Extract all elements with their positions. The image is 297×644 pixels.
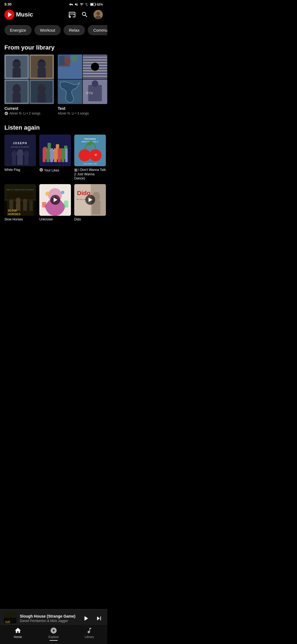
listen-item-your-likes[interactable]: Your Likes — [39, 135, 71, 181]
svg-point-47 — [11, 151, 17, 158]
chip-energize[interactable]: Energize — [4, 25, 32, 35]
svg-rect-69 — [43, 147, 47, 159]
svg-point-63 — [29, 200, 33, 205]
listen-again-section: Listen again JOSEPH I'M ALONE, NO YOU'RE… — [0, 120, 107, 235]
svg-rect-2 — [95, 4, 96, 5]
listen-item-colorful[interactable]: Unknown — [39, 184, 71, 230]
svg-text:SLOW: SLOW — [8, 209, 17, 212]
svg-text:Chiid Animai: Chiid Animai — [84, 138, 96, 140]
svg-point-88 — [79, 149, 91, 161]
svg-rect-64 — [29, 205, 33, 211]
thumb-test-2 — [83, 54, 107, 79]
cast-button[interactable] — [68, 11, 76, 18]
app-header: Music — [0, 7, 107, 23]
app-logo-icon — [4, 10, 14, 20]
play-triangle-colorful — [54, 198, 57, 202]
listen-thumb-dont-wanna-talk: Chiid Animai Albert Hammond Jr — [74, 135, 106, 166]
listen-item-name-your-likes: Your Likes — [44, 168, 59, 173]
library-item-current[interactable]: Current Abner N. Li • 2 songs — [4, 54, 54, 115]
library-item-sub-current: Abner N. Li • 2 songs — [4, 111, 54, 115]
listen-thumb-slow-horses: Apple TV+ Original Series Soundtrack — [4, 184, 36, 216]
svg-point-17 — [13, 84, 21, 94]
svg-rect-70 — [48, 143, 51, 159]
app-name: Music — [16, 11, 33, 18]
listen-item-white-flag[interactable]: JOSEPH I'M ALONE, NO YOU'RE NOT White Fl… — [4, 135, 36, 181]
thumb-test-3 — [58, 80, 82, 104]
library-items-scroll: Current Abner N. Li • 2 songs — [0, 54, 107, 118]
svg-rect-76 — [50, 150, 52, 151]
svg-rect-72 — [56, 144, 59, 159]
svg-rect-50 — [17, 157, 23, 165]
mood-chips: Energize Workout Relax Commute Focus — [0, 23, 107, 40]
svg-text:Apple TV+ Original Series Soun: Apple TV+ Original Series Soundtrack — [6, 189, 34, 190]
svg-text:JOSEPH: JOSEPH — [13, 142, 28, 145]
check-badge-your-likes — [39, 168, 43, 172]
chip-relax[interactable]: Relax — [64, 25, 85, 35]
play-triangle-dido — [89, 198, 92, 202]
svg-rect-18 — [13, 93, 21, 103]
status-time: 5:30 — [4, 2, 12, 6]
svg-text:RYN: RYN — [86, 91, 93, 95]
chip-commute[interactable]: Commute — [88, 25, 107, 35]
battery-icon — [90, 3, 96, 6]
svg-text:I Don't Wanna Talk: I Don't Wanna Talk — [83, 163, 97, 165]
svg-point-49 — [17, 149, 23, 157]
logo-area: Music — [4, 10, 33, 20]
battery-status: 52% — [90, 3, 103, 6]
listen-thumb-your-likes — [39, 135, 71, 166]
listen-item-slow-horses[interactable]: Apple TV+ Original Series Soundtrack — [4, 184, 36, 230]
library-item-test[interactable]: RYN Test Abner N. Li • 3 songs — [58, 54, 107, 115]
svg-point-42 — [92, 80, 98, 87]
listen-thumb-white-flag: JOSEPH I'M ALONE, NO YOU'RE NOT — [4, 135, 36, 166]
svg-point-27 — [71, 55, 77, 62]
svg-rect-75 — [46, 150, 48, 151]
user-avatar[interactable] — [94, 10, 103, 19]
listen-item-name-colorful: Unknown — [39, 217, 71, 222]
library-section: From your library — [0, 40, 107, 118]
library-section-title: From your library — [0, 40, 107, 54]
svg-point-82 — [61, 191, 64, 194]
key-icon — [69, 2, 73, 6]
thumb-cell-3 — [4, 80, 29, 104]
svg-rect-52 — [24, 157, 28, 165]
svg-text:HORSES: HORSES — [8, 212, 20, 216]
svg-rect-48 — [12, 157, 16, 165]
logo-play-shape — [8, 12, 12, 17]
thumb-test-4: RYN — [83, 80, 107, 104]
listen-item-name-white-flag: White Flag — [4, 168, 36, 172]
svg-rect-62 — [23, 204, 27, 211]
listen-sub-your-likes: Your Likes — [39, 167, 71, 173]
svg-point-5 — [97, 12, 100, 15]
svg-rect-84 — [64, 201, 68, 208]
header-actions — [68, 10, 103, 19]
library-item-name-current: Current — [4, 106, 54, 111]
svg-rect-71 — [52, 150, 55, 159]
listen-thumb-dido: Dido life for rent — [74, 184, 106, 216]
svg-rect-83 — [42, 202, 46, 208]
play-overlay-colorful — [50, 195, 60, 205]
explicit-badge: E — [74, 168, 78, 172]
svg-rect-10 — [13, 68, 21, 78]
play-overlay-dido — [85, 195, 95, 205]
svg-rect-68 — [39, 135, 71, 166]
svg-rect-22 — [38, 93, 46, 103]
svg-point-21 — [38, 84, 46, 94]
listen-again-title: Listen again — [0, 120, 107, 135]
library-thumb-test: RYN — [58, 54, 107, 104]
check-badge-current — [4, 111, 8, 115]
library-item-name-test: Test — [58, 106, 107, 111]
svg-rect-74 — [64, 146, 67, 159]
svg-rect-73 — [60, 148, 63, 159]
search-button[interactable] — [81, 11, 89, 18]
listen-item-name-dont-wanna-talk: EI Don't Wanna Talk (I Just Wanna Dance) — [74, 168, 106, 181]
svg-point-23 — [5, 112, 8, 115]
listen-thumb-colorful — [39, 184, 71, 216]
chip-workout[interactable]: Workout — [34, 25, 61, 35]
thumb-cell-4 — [29, 80, 54, 104]
listen-item-dont-wanna-talk[interactable]: Chiid Animai Albert Hammond Jr — [74, 135, 106, 181]
signal-icon — [85, 2, 89, 6]
listen-item-dido[interactable]: Dido life for rent Dido — [74, 184, 106, 230]
library-thumb-current — [4, 54, 54, 104]
svg-point-78 — [40, 168, 43, 171]
svg-point-81 — [45, 192, 50, 196]
